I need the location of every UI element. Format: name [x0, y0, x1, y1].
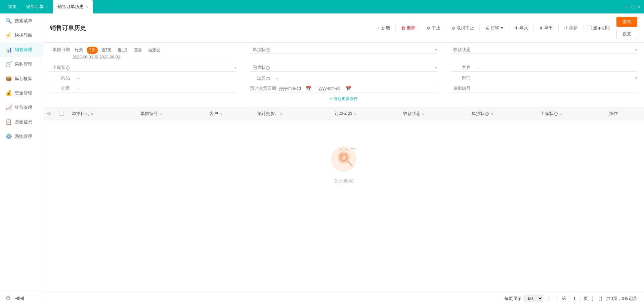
sidebar-item-quick-nav[interactable]: ⚡ 快捷导航	[0, 28, 43, 42]
search-menu-icon: 🔍	[5, 17, 12, 24]
sidebar-item-inventory[interactable]: 📦 库存核算	[0, 71, 43, 86]
sidebar-item-finance[interactable]: 💰 资金管理	[0, 86, 43, 100]
col-doc-date[interactable]: 单据日期 ⇅	[68, 107, 136, 120]
sidebar: 🔍 搜索菜单 ⚡ 快捷导航 📊 销售管理 🛒 采购管理 📦 库存核算 💰 资金管…	[0, 13, 43, 305]
refresh-button[interactable]: ↺ 刷新	[562, 24, 580, 32]
goods-dots[interactable]: ···	[75, 75, 79, 81]
divider5	[509, 25, 509, 31]
col-doc-status-label: 单据状态	[472, 111, 489, 117]
import-button[interactable]: ⬇ 导入	[512, 24, 530, 32]
export-icon: ⬆	[539, 26, 543, 31]
stop-button[interactable]: ⊘ 中止	[425, 24, 442, 32]
dept-select[interactable]: ▾	[473, 76, 637, 80]
last-page-button[interactable]: ⟩⟩	[598, 295, 604, 302]
export-button[interactable]: ⬆ 导出	[537, 24, 555, 32]
select-all-checkbox[interactable]	[59, 111, 64, 116]
warehouse-dots[interactable]: ···	[75, 86, 79, 91]
tab-sales-order-history-label: 销售订单历史	[57, 4, 84, 10]
date-btn-3days[interactable]: 3天	[87, 47, 98, 54]
goods-select[interactable]: ···	[73, 75, 237, 81]
doc-number-label: 单据编号	[450, 85, 473, 91]
col-order-amount-label: 订单金额	[335, 111, 352, 117]
maximize-button[interactable]: □	[632, 4, 635, 10]
col-order-amount[interactable]: 订单金额 ⇅	[331, 107, 399, 120]
date-btn-yesterday[interactable]: 昨天	[73, 47, 85, 54]
sidebar-item-system[interactable]: ⚙️ 系统管理	[0, 129, 43, 144]
page-title: 销售订单历史	[50, 24, 86, 32]
date-btn-custom[interactable]: 自定义	[146, 47, 163, 54]
delivery-date-end[interactable]	[318, 86, 345, 91]
settings-button[interactable]: 设置	[616, 29, 637, 39]
current-page-input[interactable]	[569, 295, 581, 302]
delete-button[interactable]: 🗑 删除	[399, 24, 418, 32]
col-receipt-status[interactable]: 收款状态 ⇅	[399, 107, 468, 120]
table-area: ⚙ 单据日期 ⇅ 单据编号	[43, 107, 644, 292]
sort-doc-status-icon: ⇅	[490, 112, 493, 116]
query-button[interactable]: 查询	[616, 17, 637, 27]
date-btn-more[interactable]: 更多	[132, 47, 144, 54]
show-detail-toggle[interactable]: 显示明细	[587, 25, 610, 31]
sidebar-volume-icon[interactable]: ◀◀	[15, 294, 24, 302]
doc-status-arrow: ▾	[435, 47, 437, 52]
col-doc-number[interactable]: 单据编号 ⇅	[136, 107, 205, 120]
customer-select[interactable]: ···	[473, 65, 637, 70]
close-button[interactable]: ×	[638, 4, 641, 10]
table-settings-col[interactable]: ⚙	[43, 107, 55, 120]
tab-sales-order-label: 销售订单	[26, 4, 44, 10]
date-btn-1month[interactable]: 近1月	[115, 47, 130, 54]
basic-info-icon: 📋	[5, 119, 12, 125]
sidebar-item-basic-info[interactable]: 📋 基础信息	[0, 115, 43, 129]
print-label: 打印 ▾	[491, 25, 503, 31]
collapse-bar[interactable]: ∧ 收起更多条件	[50, 94, 637, 103]
divider3	[446, 25, 446, 31]
prev-page-button[interactable]: ⟨	[555, 295, 559, 302]
add-button[interactable]: + 新增	[376, 24, 392, 32]
calendar-start-icon[interactable]: 📅	[306, 86, 311, 91]
date-btn-7days[interactable]: 近7天	[99, 47, 114, 54]
out-status-select[interactable]: ▾	[73, 65, 237, 70]
sidebar-item-purchase[interactable]: 🛒 采购管理	[0, 57, 43, 71]
first-page-button[interactable]: ⟨⟨	[546, 295, 552, 302]
warehouse-label: 仓库	[50, 85, 73, 91]
sidebar-item-operations[interactable]: 📈 经营管理	[0, 100, 43, 115]
sidebar-bottom: ⚙ ◀◀	[0, 291, 43, 305]
next-page-button[interactable]: ⟩	[591, 295, 595, 302]
empty-state: 暂无数据	[43, 120, 644, 204]
col-receipt-status-label: 收款状态	[403, 111, 421, 117]
print-button[interactable]: 🖨 打印 ▾	[483, 24, 505, 32]
col-delivery-date[interactable]: 预计交货... ⇅	[253, 107, 330, 120]
cancel-stop-button[interactable]: ⊘ 取消中止	[449, 24, 476, 32]
tab-sales-order-close[interactable]: ×	[46, 4, 48, 9]
receipt-status-select[interactable]: ▾	[473, 47, 637, 52]
delivery-date-start[interactable]	[279, 86, 306, 91]
salesperson-select[interactable]: ···	[273, 75, 437, 81]
tab-sales-order-history-close[interactable]: ×	[86, 4, 88, 9]
sidebar-item-search-menu[interactable]: 🔍 搜索菜单	[0, 13, 43, 28]
customer-label: 客户	[450, 65, 473, 71]
salesperson-dots[interactable]: ···	[275, 75, 280, 81]
window-controls: — □ ×	[624, 4, 641, 10]
col-out-status[interactable]: 出库状态 ⇅	[536, 107, 605, 120]
customer-dots[interactable]: ···	[476, 65, 480, 70]
minimize-button[interactable]: —	[624, 4, 629, 10]
add-label: 新增	[381, 25, 390, 31]
page-size-select[interactable]: 50 10 20 100	[524, 295, 543, 302]
col-customer[interactable]: 客户 ⇅	[205, 107, 254, 120]
calendar-end-icon[interactable]: 📅	[345, 86, 351, 91]
col-delivery-date-label: 预计交货...	[257, 111, 278, 117]
sidebar-item-sales[interactable]: 📊 销售管理	[0, 42, 43, 57]
tab-home[interactable]: 首页	[3, 0, 22, 13]
doc-status-select[interactable]: ▾	[273, 47, 437, 52]
sidebar-settings-icon[interactable]: ⚙	[5, 294, 11, 302]
add-icon: +	[378, 26, 380, 31]
col-doc-status[interactable]: 单据状态 ⇅	[468, 107, 536, 120]
table-checkbox-col[interactable]	[55, 107, 68, 120]
warehouse-select[interactable]: ···	[73, 86, 237, 91]
sort-doc-number-icon: ⇅	[159, 112, 162, 116]
divider1	[395, 25, 396, 31]
tab-sales-order[interactable]: 销售订单 ×	[22, 0, 53, 13]
show-detail-checkbox[interactable]	[587, 26, 592, 30]
tab-sales-order-history[interactable]: 销售订单历史 ×	[53, 0, 93, 13]
complete-status-select[interactable]: ▾	[273, 65, 437, 70]
sort-doc-date-icon: ⇅	[91, 112, 93, 116]
